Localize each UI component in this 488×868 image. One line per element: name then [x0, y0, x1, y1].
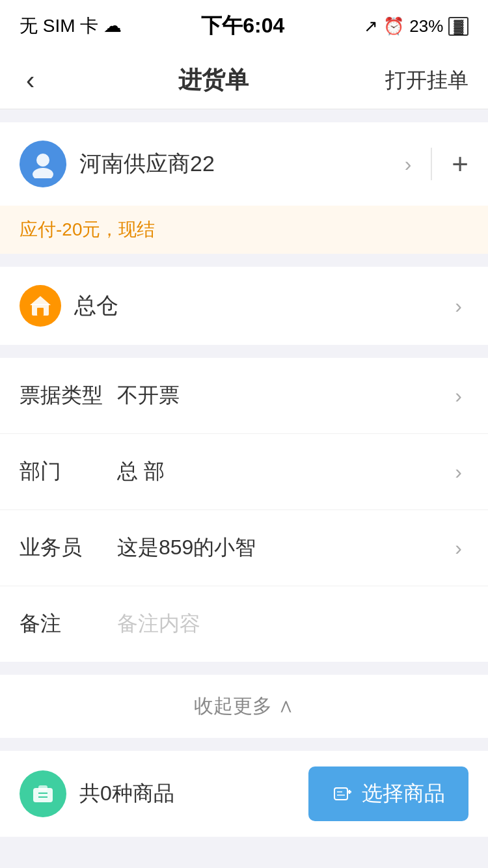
salesperson-row[interactable]: 业务员 这是859的小智 › — [0, 510, 488, 586]
supplier-name: 河南供应商22 — [79, 149, 405, 179]
department-row[interactable]: 部门 总 部 › — [0, 434, 488, 510]
top-divider — [0, 109, 488, 122]
supplier-section: 河南供应商22 › + 应付-20元，现结 — [0, 122, 488, 254]
page-background — [0, 837, 488, 868]
add-supplier-button[interactable]: + — [452, 148, 468, 180]
warehouse-row[interactable]: 总仓 › — [0, 267, 488, 345]
collapse-button[interactable]: 收起更多 ∧ — [0, 675, 488, 738]
remark-label: 备注 — [20, 610, 104, 638]
supplier-divider — [431, 148, 432, 180]
battery-text: 23% — [409, 16, 443, 36]
status-left: 无 SIM 卡 ☁ — [20, 14, 122, 38]
product-icon — [20, 770, 66, 817]
remark-row[interactable]: 备注 备注内容 — [0, 586, 488, 662]
status-time: 下午6:04 — [201, 12, 284, 40]
invoice-type-value: 不开票 — [104, 381, 455, 410]
form-section: 票据类型 不开票 › 部门 总 部 › 业务员 这是859的小智 › 备注 备注… — [0, 358, 488, 662]
department-value: 总 部 — [104, 457, 455, 486]
supplier-avatar — [20, 141, 66, 187]
notice-bar: 应付-20元，现结 — [0, 206, 488, 254]
invoice-type-row[interactable]: 票据类型 不开票 › — [0, 358, 488, 434]
warehouse-section: 总仓 › — [0, 267, 488, 345]
svg-rect-4 — [37, 308, 44, 316]
location-icon: ↗ — [364, 16, 378, 36]
supplier-chevron-icon: › — [405, 152, 412, 176]
svg-rect-6 — [38, 785, 47, 791]
product-bar: 共0种商品 选择商品 — [0, 751, 488, 837]
supplier-row[interactable]: 河南供应商22 › + — [0, 122, 488, 206]
warehouse-chevron-icon: › — [455, 294, 468, 318]
signal-text: 无 SIM 卡 ☁ — [20, 14, 122, 38]
nav-bar: ‹ 进货单 打开挂单 — [0, 52, 488, 109]
department-label: 部门 — [20, 457, 104, 486]
salesperson-label: 业务员 — [20, 534, 104, 562]
svg-marker-3 — [30, 296, 51, 305]
divider-2 — [0, 254, 488, 267]
salesperson-chevron-icon: › — [455, 536, 468, 560]
department-chevron-icon: › — [455, 460, 468, 484]
remark-input[interactable]: 备注内容 — [104, 610, 468, 638]
alarm-icon: ⏰ — [383, 16, 404, 36]
invoice-type-chevron-icon: › — [455, 384, 468, 408]
warehouse-name: 总仓 — [74, 291, 455, 321]
back-button[interactable]: ‹ — [20, 59, 41, 102]
status-bar: 无 SIM 卡 ☁ 下午6:04 ↗ ⏰ 23% ▓ — [0, 0, 488, 52]
page-title: 进货单 — [178, 64, 249, 96]
warehouse-icon — [20, 285, 61, 327]
select-goods-label: 选择商品 — [362, 780, 445, 808]
salesperson-value: 这是859的小智 — [104, 534, 455, 562]
svg-point-0 — [36, 154, 49, 167]
svg-point-1 — [33, 168, 53, 178]
select-goods-button[interactable]: 选择商品 — [308, 766, 468, 821]
invoice-type-label: 票据类型 — [20, 381, 104, 410]
battery-icon: ▓ — [448, 17, 468, 36]
svg-rect-9 — [334, 788, 347, 800]
product-count: 共0种商品 — [79, 780, 295, 808]
status-right: ↗ ⏰ 23% ▓ — [364, 16, 468, 36]
open-pending-button[interactable]: 打开挂单 — [385, 66, 468, 95]
